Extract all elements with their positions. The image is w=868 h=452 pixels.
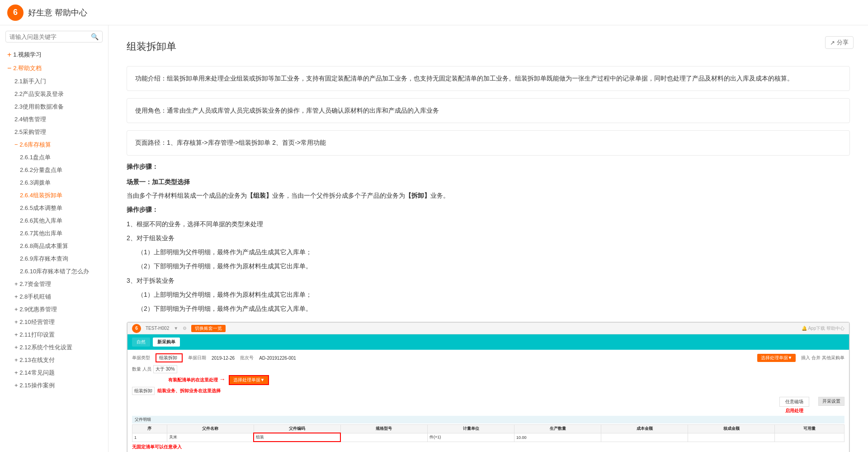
step-1: 1、根据不同的业务，选择不同单据的类型来处理 [127,219,850,230]
ss-dropdown-icon: ▼ [174,326,178,331]
sidebar-item-mobile[interactable]: + 2.8手机旺铺 [0,290,108,303]
search-box[interactable]: 🔍 [5,31,103,43]
sidebar-item-coupon[interactable]: + 2.9优惠券管理 [0,303,108,316]
sidebar-item-install[interactable]: 2.2产品安装及登录 [0,88,108,100]
minus-icon: − [7,64,11,72]
ss-annotation-1: 有装配清单的在这里处理 [168,377,218,383]
ss-th-6: 生产数量 [514,425,601,433]
sidebar: 🔍 + 1.视频学习 − 2.帮助文档 2.1新手入门 2.2产品安装及登录 2… [0,25,108,452]
ss-td: 关米 [167,433,254,442]
screenshot-container: 6 TEST-H002 ▼ ⚙ 切换账套一览 🔔 App下载 帮助中心 自然 新… [127,322,850,452]
steps-section: 操作步骤： 场景一：加工类型选择 当由多个子件材料组装成一个成品的业务为【组装】… [127,163,850,315]
ss-td [688,433,775,442]
sidebar-item-online-pay[interactable]: + 2.13在线支付 [0,354,108,366]
ss-input-type: 组装拆卸 [156,353,183,362]
ss-td: 10.00 [514,433,601,442]
ss-label-subtype: 数量 人员 [132,366,151,372]
ss-label-type: 单据类型 [132,355,150,361]
ss-tab-purchase: 新采购单 [153,338,180,347]
ss-td [340,433,427,442]
logo-text: 好生意 帮助中心 [28,7,87,18]
sidebar-item-inventory[interactable]: − 2.6库存核算 [0,138,108,151]
ss-label-batch: 批次号 [240,355,254,361]
main-layout: 🔍 + 1.视频学习 − 2.帮助文档 2.1新手入门 2.2产品安装及登录 2… [0,25,868,452]
step-2: 2、对于组装业务 [127,233,850,244]
sidebar-item-cases[interactable]: + 2.15操作案例 [0,379,108,392]
sub-steps-heading: 操作步骤： [127,206,850,214]
plus-icon: + [7,51,11,59]
ss-more-actions: 插入 合并 其他采购单 [801,355,844,361]
step-2-1: （1）上部明细为父件明细，最终作为产成品生成其它入库单； [127,247,850,258]
scenario-desc: 当由多个子件材料组装成一个成品的业务为【组装】业务，当由一个父件拆分成多个子产品… [127,190,850,201]
content-area: ↗ 分享 组装拆卸单 功能介绍：组装拆卸单用来处理企业组装或拆卸等加工业务，支持… [108,25,868,452]
search-icon[interactable]: 🔍 [91,33,99,40]
sidebar-item-new-user[interactable]: 2.1新手入门 [0,75,108,88]
share-button[interactable]: ↗ 分享 [825,36,854,49]
ss-td: 件(+1) [428,433,514,442]
ss-select-type-btn: 选择处理单据▼ [229,375,269,385]
scenario-title: 场景一：加工类型选择 [127,178,850,186]
screenshot-wrapper: 6 TEST-H002 ▼ ⚙ 切换账套一览 🔔 App下载 帮助中心 自然 新… [127,322,849,452]
sidebar-item-stock-err[interactable]: 2.6.10库存账本错了怎么办 [0,265,108,278]
ss-switch-btn: 切换账套一览 [191,325,226,332]
ss-notif: 🔔 App下载 帮助中心 [802,325,844,332]
header: 6 好生意 帮助中心 [0,0,868,25]
sidebar-item-stock-check[interactable]: 2.6.9库存账本查询 [0,252,108,265]
ss-td: 1 [132,433,167,442]
step-3-1: （1）上部明细为父件明细，最终作为原材料生成其它出库单； [127,289,850,300]
sidebar-item-print[interactable]: + 2.11打印设置 [0,328,108,341]
ss-annotation-4: 无固定清单可以任意录入 [132,444,844,450]
sidebar-item-assemble[interactable]: 2.6.4组装拆卸单 [0,189,108,202]
sidebar-item-goods-cost[interactable]: 2.6.8商品成本重算 [0,240,108,252]
ss-batch-value: AD-20191226-001 [259,356,296,361]
ss-parent-section-header: 父件明细 [132,416,844,423]
sidebar-item-custom[interactable]: + 2.12系统个性化设置 [0,341,108,354]
fake-screenshot: 6 TEST-H002 ▼ ⚙ 切换账套一览 🔔 App下载 帮助中心 自然 新… [127,322,849,452]
ss-enable-input: 任意磁场 [779,397,809,407]
ss-th-7: 成本金额 [601,425,688,433]
sidebar-item-video[interactable]: + 1.视频学习 [0,48,108,62]
ss-logo: 6 [132,324,141,333]
ss-tab-natural: 自然 [132,338,150,347]
share-icon: ↗ [830,39,835,46]
sidebar-item-other-out[interactable]: 2.6.7其他出库单 [0,227,108,240]
sidebar-item-cash[interactable]: + 2.7资金管理 [0,278,108,290]
sidebar-item-sales[interactable]: 2.4销售管理 [0,113,108,126]
sidebar-item-data-prep[interactable]: 2.3使用前数据准备 [0,100,108,113]
ss-th-4: 规格型号 [340,425,427,433]
sidebar-item-stocktake[interactable]: 2.6.1盘点单 [0,151,108,164]
search-input[interactable] [9,33,91,40]
logo-icon: 6 [7,5,24,21]
ss-type-select: 组装拆卸 [132,387,155,395]
sidebar-item-docs[interactable]: − 2.帮助文档 [0,62,108,75]
sidebar-item-adjust[interactable]: 2.6.3调拨单 [0,176,108,189]
steps-heading: 操作步骤： [127,163,850,171]
step-2-2: （2）下部明细为子件明细，最终作为原材料生成其它出库单。 [127,261,850,272]
ss-th-9: 可用量 [775,425,844,433]
sidebar-item-ops[interactable]: + 2.10经营管理 [0,316,108,328]
step-3-2: （2）下部明细为子件明细，最终作为产成品生成其它入库单。 [127,303,850,314]
sidebar-item-split-take[interactable]: 2.6.2分量盘点单 [0,164,108,176]
ss-settings-icon: ⚙ [183,326,187,331]
ss-th-3: 父件编码 [254,425,340,433]
ss-th-1: 序 [132,425,167,433]
sidebar-item-faq[interactable]: + 2.14常见问题 [0,366,108,379]
ss-date-value: 2019-12-26 [212,356,235,361]
ss-td-highlight: 组装 [254,433,340,442]
ss-confirm-btn: 开采设置 [818,397,844,406]
ss-annotation-3: 启用处理 [779,408,809,414]
ss-th-2: 父件名称 [167,425,254,433]
ss-td [775,433,844,442]
sidebar-item-purchase[interactable]: 2.5采购管理 [0,126,108,138]
ss-td [601,433,688,442]
sidebar-item-other-in[interactable]: 2.6.6其他入库单 [0,214,108,227]
page-title: 组装拆卸单 [127,40,850,53]
ss-qty-input: 大于 30% [153,365,177,373]
ss-label-date: 单据日期 [188,355,206,361]
ss-company: TEST-H002 [146,326,169,331]
sidebar-item-cost-adjust[interactable]: 2.6.5成本调整单 [0,202,108,214]
ss-annotation-2: 组装业务、拆卸业务在这里选择 [157,388,221,394]
step-3: 3、对于拆装业务 [127,275,850,286]
page-path-block: 页面路径：1、库存核算->库存管理->组装拆卸单 2、首页->常用功能 [127,130,850,155]
function-intro-block: 功能介绍：组装拆卸单用来处理企业组装或拆卸等加工业务，支持有固定装配清单的产品加… [127,66,850,91]
